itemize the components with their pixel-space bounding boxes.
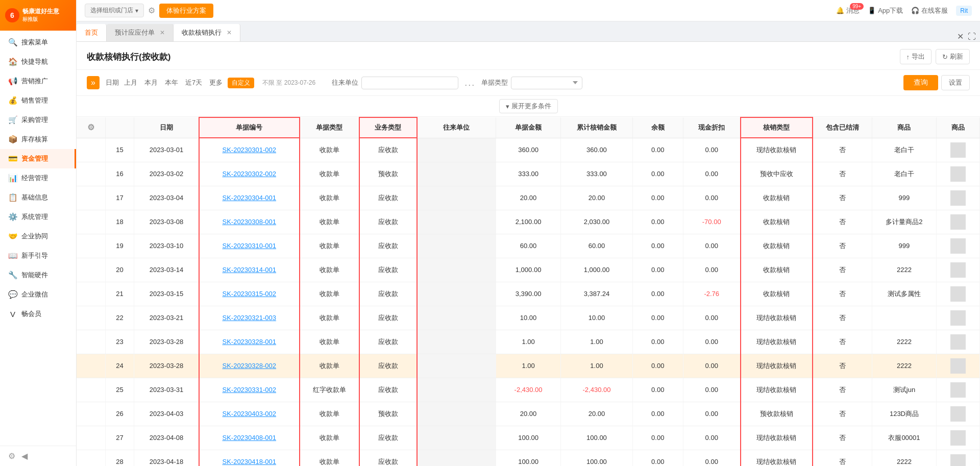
cell-biztype-6: 应收款 <box>359 282 417 306</box>
cell-includesettled-4: 否 <box>813 234 872 258</box>
message-button[interactable]: 🔔 消息 99+ <box>836 6 860 15</box>
cell-balance-12: 0.00 <box>632 426 683 450</box>
sidebar-item-inventory[interactable]: 📦 库存核算 <box>0 130 76 149</box>
cell-amount-3: 2,100.00 <box>496 210 561 234</box>
col-settings-icon[interactable]: ⚙ <box>87 123 94 132</box>
cell-includesettled-11: 否 <box>813 402 872 426</box>
filter-bar: » 日期 上月 本月 本年 近7天 更多 自定义 不限 至 2023-07-26… <box>77 70 980 96</box>
cell-docno-6[interactable]: SK-20230315-002 <box>199 282 300 306</box>
sidebar-item-basic[interactable]: 📋 基础信息 <box>0 188 76 207</box>
sidebar-item-member[interactable]: V 畅会员 <box>0 304 76 324</box>
col-settings-header[interactable]: ⚙ <box>77 117 105 138</box>
col-partner-header: 往来单位 <box>417 117 496 138</box>
export-button[interactable]: ↑ 导出 <box>900 49 932 64</box>
sidebar-item-hardware[interactable]: 🔧 智能硬件 <box>0 265 76 285</box>
sidebar-item-purchase[interactable]: 🛒 采购管理 <box>0 110 76 130</box>
cell-settings-5 <box>77 258 105 282</box>
gear-icon[interactable]: ⚙ <box>148 6 155 15</box>
cell-goods-12: 衣服00001 <box>872 426 937 450</box>
expand-tab-icon[interactable]: ⛶ <box>968 32 976 41</box>
cell-docno-9[interactable]: SK-20230328-002 <box>199 354 300 378</box>
cell-docno-12[interactable]: SK-20230408-001 <box>199 426 300 450</box>
settings-button[interactable]: 设置 <box>941 75 970 90</box>
cell-docno-10[interactable]: SK-20230331-002 <box>199 378 300 402</box>
app-download-button[interactable]: 📱 App下载 <box>868 6 903 15</box>
refresh-button[interactable]: ↻ 刷新 <box>936 49 970 64</box>
cell-goods2-0 <box>937 138 980 162</box>
cell-docno-5[interactable]: SK-20230314-001 <box>199 258 300 282</box>
cell-partner-8 <box>417 330 496 354</box>
user-avatar[interactable]: Rit <box>956 6 972 16</box>
date-custom-btn[interactable]: 自定义 <box>228 78 254 88</box>
cell-amount-1: 333.00 <box>496 162 561 186</box>
expand-conditions-button[interactable]: ▾ 展开更多条件 <box>499 99 558 113</box>
collapse-icon[interactable]: ◀ <box>21 451 28 461</box>
cell-settings-12 <box>77 426 105 450</box>
date-7days-btn[interactable]: 近7天 <box>183 77 204 88</box>
solution-button[interactable]: 体验行业方案 <box>159 4 213 18</box>
cell-canceltype-7: 现结收款核销 <box>741 306 813 330</box>
tab-prepay[interactable]: 预计应应付单 ✕ <box>107 24 174 41</box>
sidebar-item-finance[interactable]: 💳 资金管理 <box>0 149 76 168</box>
date-last-month-btn[interactable]: 上月 <box>122 77 139 88</box>
sidebar-item-nav[interactable]: 🏠 快捷导航 <box>0 52 76 71</box>
sidebar-item-system[interactable]: ⚙️ 系统管理 <box>0 207 76 227</box>
sidebar-item-wechat[interactable]: 💬 企业微信 <box>0 285 76 304</box>
cell-docno-2[interactable]: SK-20230304-001 <box>199 186 300 210</box>
cell-verified-4: 60.00 <box>561 234 633 258</box>
cell-docno-3[interactable]: SK-20230308-001 <box>199 210 300 234</box>
tab-home[interactable]: 首页 <box>77 24 107 41</box>
cell-includesettled-5: 否 <box>813 258 872 282</box>
cell-docno-1[interactable]: SK-20230302-002 <box>199 162 300 186</box>
cell-partner-1 <box>417 162 496 186</box>
sidebar-item-marketing[interactable]: 📢 营销推广 <box>0 71 76 91</box>
receipt-tab-close[interactable]: ✕ <box>227 29 232 36</box>
cell-verified-7: 10.00 <box>561 306 633 330</box>
cell-docno-8[interactable]: SK-20230328-001 <box>199 330 300 354</box>
cell-rownum-12: 27 <box>105 426 134 450</box>
logo-icon: 6 <box>5 8 19 22</box>
cell-rownum-2: 17 <box>105 186 134 210</box>
table-row: 16 2023-03-02 SK-20230302-002 收款单 预收款 33… <box>77 162 980 186</box>
cell-rownum-10: 25 <box>105 378 134 402</box>
cell-balance-9: 0.00 <box>632 354 683 378</box>
top-header: 选择组织或门店 ▾ ⚙ 体验行业方案 🔔 消息 99+ 📱 App下载 🎧 在线… <box>77 0 980 21</box>
date-this-month-btn[interactable]: 本月 <box>142 77 160 88</box>
online-service-button[interactable]: 🎧 在线客服 <box>911 6 948 15</box>
app-logo: 6 畅康道好生意 标推版 <box>0 0 76 31</box>
settings-bottom-icon[interactable]: ⚙ <box>8 451 15 461</box>
cell-docno-13[interactable]: SK-20230418-001 <box>199 450 300 466</box>
prepay-tab-close[interactable]: ✕ <box>160 29 165 36</box>
col-docno-header: 单据编号 <box>199 117 300 138</box>
cell-docno-4[interactable]: SK-20230310-001 <box>199 234 300 258</box>
sidebar-item-corp[interactable]: 🤝 企业协同 <box>0 227 76 246</box>
cell-biztype-9: 应收款 <box>359 354 417 378</box>
cell-includesettled-6: 否 <box>813 282 872 306</box>
cell-amount-13: 100.00 <box>496 450 561 466</box>
cell-rownum-11: 26 <box>105 402 134 426</box>
sidebar-item-search[interactable]: 🔍 搜索菜单 <box>0 33 76 52</box>
doc-type-select[interactable]: 收款单 红字收款单 <box>511 77 582 89</box>
cell-docno-7[interactable]: SK-20230321-003 <box>199 306 300 330</box>
partner-input[interactable] <box>361 77 458 89</box>
cell-date-6: 2023-03-15 <box>134 282 199 306</box>
date-this-year-btn[interactable]: 本年 <box>163 77 180 88</box>
date-more-btn[interactable]: 更多 <box>207 77 225 88</box>
cell-docno-0[interactable]: SK-20230301-002 <box>199 138 300 162</box>
chevron-down-icon: ▾ <box>135 7 138 14</box>
sidebar-item-sales[interactable]: 💰 销售管理 <box>0 91 76 110</box>
sidebar-item-guide[interactable]: 📖 新手引导 <box>0 246 76 265</box>
tab-receipt[interactable]: 收款核销执行 ✕ <box>174 24 240 41</box>
cell-goods2-11 <box>937 402 980 426</box>
cell-partner-2 <box>417 186 496 210</box>
close-tab-icon[interactable]: ✕ <box>957 32 964 41</box>
cell-balance-11: 0.00 <box>632 402 683 426</box>
corp-icon: 🤝 <box>8 232 17 241</box>
query-button[interactable]: 查询 <box>903 75 938 90</box>
cell-partner-0 <box>417 138 496 162</box>
cell-docno-11[interactable]: SK-20230403-002 <box>199 402 300 426</box>
filter-toggle-button[interactable]: » <box>87 76 100 89</box>
cell-partner-4 <box>417 234 496 258</box>
sidebar-item-operations[interactable]: 📊 经营管理 <box>0 168 76 188</box>
org-selector[interactable]: 选择组织或门店 ▾ <box>85 4 144 17</box>
